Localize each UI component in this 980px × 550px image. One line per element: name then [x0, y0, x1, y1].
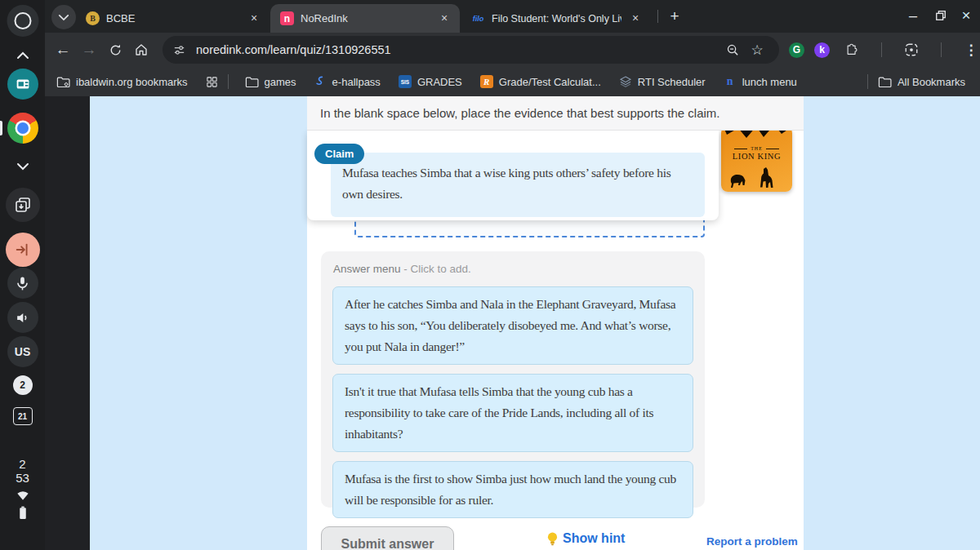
bookmark-label: GRADES [417, 76, 462, 88]
apps-grid-button[interactable] [206, 76, 218, 88]
answer-option-1[interactable]: After he catches Simba and Nala in the E… [332, 286, 693, 365]
reload-button[interactable] [102, 37, 128, 63]
apps-grid-icon [206, 76, 218, 88]
dictation-button[interactable] [7, 268, 38, 299]
screen-capture-button[interactable] [899, 38, 924, 62]
forward-button[interactable]: → [76, 37, 102, 63]
answer-option-3[interactable]: Mufasa is the first to show Simba just h… [332, 461, 693, 518]
bookmarks-bar: ibaldwin.org bookmarks games e-hallpass … [45, 67, 980, 96]
chrome-app-button[interactable] [7, 112, 39, 144]
app-icon-teal-card[interactable] [7, 69, 38, 100]
microphone-icon [15, 276, 30, 291]
wifi-icon [16, 490, 29, 501]
notification-counter[interactable]: 2 [13, 375, 33, 395]
kami-extension-icon[interactable]: k [814, 42, 830, 58]
calendar-icon: 21 [13, 407, 33, 425]
browser-toolbar: ← → noredink.com/learn/quiz/1310926551 ☆… [45, 33, 980, 67]
show-hint-label: Show hint [563, 531, 625, 546]
reload-icon [109, 43, 122, 57]
grammarly-extension-icon[interactable]: G [789, 42, 804, 58]
url-text[interactable]: noredink.com/learn/quiz/1310926551 [196, 43, 720, 56]
claim-badge: Claim [314, 144, 364, 164]
magnifier-minus-icon [726, 43, 740, 57]
sis-favicon: SIS [399, 75, 412, 88]
tab-close-icon[interactable]: × [247, 11, 261, 26]
clock-minute: 53 [16, 471, 29, 485]
submit-answer-button[interactable]: Submit answer [321, 526, 454, 550]
puzzle-icon [844, 42, 859, 57]
book-pretitle: THE [721, 146, 792, 151]
bookmark-label: lunch menu [742, 76, 797, 88]
bookmark-grade-calculator[interactable]: R Grade/Test Calculat... [480, 75, 601, 88]
tab-noredink[interactable]: n NoRedInk × [270, 4, 460, 33]
bookmarks-divider [867, 74, 868, 89]
select-to-speak-button[interactable] [7, 302, 38, 333]
tab-search-button[interactable] [51, 5, 76, 29]
bookmark-label: RTI Scheduler [638, 76, 706, 88]
clock-hour: 2 [19, 457, 25, 471]
lion-king-book-cover: THE LION KING [721, 126, 792, 192]
bookmark-grades[interactable]: SIS GRADES [399, 75, 462, 88]
toolbar-divider [941, 42, 942, 57]
browser-window: B BCBE × n NoRedInk × filo Filo Student:… [45, 0, 980, 550]
card-app-icon [14, 75, 32, 93]
app-icon-pink[interactable] [6, 233, 40, 267]
question-instruction-bar: In the blank space below, place the evid… [307, 96, 804, 131]
copy-download-icon [13, 195, 33, 215]
chevron-down-icon [16, 162, 29, 171]
screen-capture-app-button[interactable] [6, 188, 40, 222]
site-controls-icon [172, 43, 186, 57]
browser-menu-button[interactable]: ⋮ [959, 38, 980, 62]
bookmark-ehallpass[interactable]: e-hallpass [314, 75, 381, 88]
window-close-button[interactable]: × [954, 3, 978, 28]
tab-bcbe[interactable]: B BCBE × [76, 4, 270, 33]
filo-favicon: filo [471, 11, 485, 25]
all-bookmarks-button[interactable]: All Bookmarks [878, 76, 965, 88]
bookmark-label: games [265, 76, 296, 88]
address-bar[interactable]: noredink.com/learn/quiz/1310926551 ☆ [163, 36, 779, 64]
new-tab-button[interactable]: + [664, 6, 685, 27]
window-restore-button[interactable] [929, 3, 953, 28]
launcher-button[interactable] [7, 5, 38, 37]
restore-icon [935, 10, 947, 21]
bookmark-label: e-hallpass [332, 76, 381, 88]
folder-icon [245, 76, 259, 88]
report-problem-link[interactable]: Report a problem [706, 535, 798, 548]
chrome-icon [7, 113, 38, 144]
status-area[interactable]: 2 53 [7, 457, 39, 520]
toolbar-divider [881, 42, 882, 57]
bookmark-rti-scheduler[interactable]: RTI Scheduler [619, 75, 706, 88]
show-hint-button[interactable]: Show hint [547, 531, 625, 546]
speaker-icon [15, 310, 30, 326]
bookmark-games[interactable]: games [245, 76, 296, 88]
zoom-out-button[interactable] [720, 38, 745, 62]
bookmark-label: Grade/Test Calculat... [499, 76, 601, 88]
lightbulb-icon [547, 532, 558, 546]
bookmark-managed-folder[interactable]: ibaldwin.org bookmarks [56, 76, 188, 88]
book-cover-animals [728, 167, 785, 189]
tab-close-icon[interactable]: × [628, 11, 643, 26]
calendar-button[interactable]: 21 [11, 405, 35, 428]
capture-frame-icon [904, 42, 919, 57]
chromeos-shelf: US 2 21 2 53 [0, 0, 45, 550]
back-button[interactable]: ← [50, 37, 76, 63]
bookmark-label: ibaldwin.org bookmarks [76, 76, 188, 88]
home-button[interactable] [128, 37, 154, 63]
tab-close-icon[interactable]: × [437, 11, 452, 26]
extensions-button[interactable] [840, 38, 864, 62]
bookmark-lunch-menu[interactable]: n lunch menu [724, 75, 797, 88]
question-instruction: In the blank space below, place the evid… [320, 106, 719, 120]
shelf-scroll-up[interactable] [11, 49, 35, 62]
window-minimize-button[interactable]: – [901, 3, 925, 28]
shelf-scroll-down[interactable] [11, 160, 35, 173]
answer-option-2[interactable]: Isn't it true that Mufasa tells Simba th… [332, 374, 693, 452]
keyboard-layout-button[interactable]: US [7, 336, 38, 367]
bookmark-star-icon[interactable]: ☆ [745, 38, 769, 62]
calendar-day: 21 [18, 412, 27, 421]
tab-strip: B BCBE × n NoRedInk × filo Filo Student:… [45, 0, 980, 33]
battery-icon [19, 506, 27, 520]
tab-filo[interactable]: filo Filo Student: World's Only Live I × [461, 4, 651, 33]
answer-menu-label: Answer menu - Click to add. [333, 263, 693, 275]
home-icon [134, 42, 149, 57]
tab-title: BCBE [106, 12, 240, 24]
